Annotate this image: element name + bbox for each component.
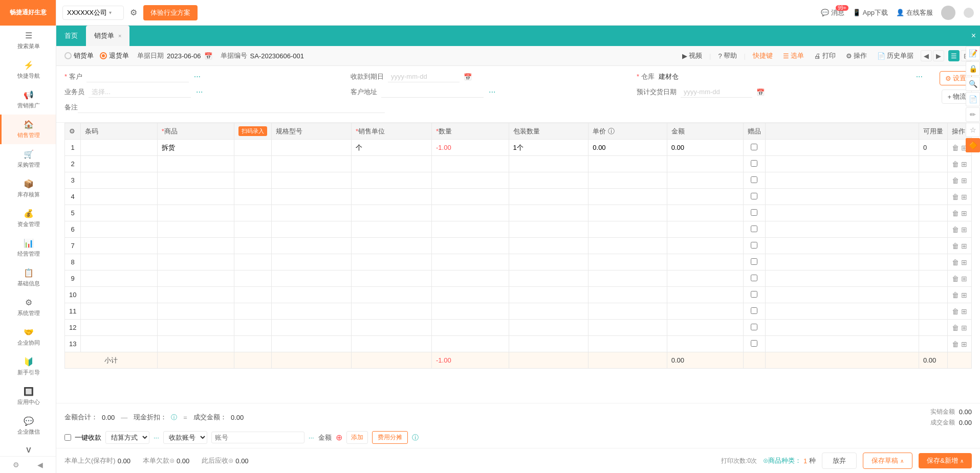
delete-icon-8[interactable]: 🗑	[952, 258, 959, 266]
sidebar-settings-icon[interactable]: ⚙	[13, 461, 19, 469]
salesperson-input[interactable]	[89, 86, 191, 98]
row-amount-8[interactable]	[667, 254, 743, 271]
row-qty-9[interactable]	[432, 271, 509, 287]
row-product-6[interactable]	[157, 221, 234, 238]
copy-icon-13[interactable]: ⊞	[961, 340, 967, 348]
delivery-calendar-icon[interactable]: 📅	[756, 88, 765, 96]
row-spec-5[interactable]	[272, 205, 352, 221]
row-product-1[interactable]	[157, 140, 234, 156]
row-pkg-qty-10[interactable]	[509, 287, 589, 303]
row-pkg-qty-8[interactable]	[509, 254, 589, 271]
row-qty-6[interactable]	[432, 221, 509, 238]
copy-icon-3[interactable]: ⊞	[961, 176, 967, 185]
row-qty-11[interactable]	[432, 303, 509, 320]
row-barcode-8[interactable]	[81, 254, 157, 271]
right-panel-doc-icon[interactable]: 📄	[966, 92, 980, 106]
fee-split-btn[interactable]: 费用分摊	[372, 431, 408, 444]
delete-icon-6[interactable]: 🗑	[952, 226, 959, 234]
sidebar-item-quick-nav[interactable]: ⚡ 快捷导航	[0, 55, 56, 85]
right-panel-star-icon[interactable]: ☆	[966, 123, 980, 137]
row-product-4[interactable]	[157, 189, 234, 205]
row-product-8[interactable]	[157, 254, 234, 271]
settlement-dots-icon[interactable]: ···	[154, 434, 159, 441]
row-qty-4[interactable]	[432, 189, 509, 205]
sidebar-item-purchase[interactable]: 🛒 采购管理	[0, 144, 56, 174]
row-amount-13[interactable]	[667, 336, 743, 352]
account-dots-icon[interactable]: ···	[309, 434, 314, 441]
row-unit-6[interactable]	[351, 221, 431, 238]
notes-input[interactable]	[78, 102, 385, 113]
delete-icon-13[interactable]: 🗑	[952, 340, 959, 348]
row-price-10[interactable]	[589, 287, 667, 303]
history-btn[interactable]: 📄 历史单据	[874, 50, 917, 61]
row-gift-6[interactable]	[743, 221, 765, 238]
row-barcode-1[interactable]	[81, 140, 157, 156]
tab-sales-order[interactable]: 销货单 ×	[86, 26, 129, 46]
row-barcode-2[interactable]	[81, 156, 157, 172]
row-price-7[interactable]	[589, 238, 667, 254]
row-gift-4[interactable]	[743, 189, 765, 205]
row-price-1[interactable]	[589, 140, 667, 156]
row-unit-2[interactable]	[351, 156, 431, 172]
customer-addr-input[interactable]	[381, 86, 484, 98]
row-gift-11[interactable]	[743, 303, 765, 320]
scan-btn[interactable]: 扫码录入	[238, 126, 267, 136]
row-price-5[interactable]	[589, 205, 667, 221]
delete-icon-10[interactable]: 🗑	[952, 291, 959, 299]
row-product-2[interactable]	[157, 156, 234, 172]
one-click-pay-checkbox[interactable]	[64, 434, 71, 441]
row-spec-12[interactable]	[272, 320, 352, 336]
delete-icon-4[interactable]: 🗑	[952, 193, 959, 201]
row-barcode-9[interactable]	[81, 271, 157, 287]
account-input[interactable]	[211, 432, 304, 443]
discard-btn[interactable]: 放弃	[822, 453, 857, 469]
sidebar-item-basic[interactable]: 📋 基础信息	[0, 263, 56, 292]
row-barcode-12[interactable]	[81, 320, 157, 336]
row-gift-13[interactable]	[743, 336, 765, 352]
sidebar-item-finance[interactable]: 💰 资金管理	[0, 204, 56, 233]
row-unit-1[interactable]	[351, 140, 431, 156]
tab-close-icon[interactable]: ×	[118, 33, 121, 39]
row-amount-10[interactable]	[667, 287, 743, 303]
sidebar-item-operations[interactable]: 📊 经营管理	[0, 233, 56, 263]
save-new-btn[interactable]: 保存&新增 ∧	[919, 453, 972, 468]
save-draft-btn[interactable]: 保存草稿 ∧	[863, 453, 912, 469]
row-spec-8[interactable]	[272, 254, 352, 271]
row-spec-2[interactable]	[272, 156, 352, 172]
help-btn[interactable]: ? 帮助	[715, 50, 739, 61]
row-product-5[interactable]	[157, 205, 234, 221]
add-btn-dot[interactable]: ⊕	[336, 433, 342, 442]
row-pkg-qty-11[interactable]	[509, 303, 589, 320]
row-unit-3[interactable]	[351, 172, 431, 189]
row-amount-7[interactable]	[667, 238, 743, 254]
row-pkg-qty-12[interactable]	[509, 320, 589, 336]
row-spec-9[interactable]	[272, 271, 352, 287]
row-spec-10[interactable]	[272, 287, 352, 303]
copy-icon-12[interactable]: ⊞	[961, 324, 967, 332]
row-gift-12[interactable]	[743, 320, 765, 336]
row-pkg-qty-6[interactable]	[509, 221, 589, 238]
row-unit-11[interactable]	[351, 303, 431, 320]
next-arrow[interactable]: ▶	[933, 50, 944, 61]
row-unit-4[interactable]	[351, 189, 431, 205]
row-pkg-qty-7[interactable]	[509, 238, 589, 254]
row-amount-6[interactable]	[667, 221, 743, 238]
row-price-3[interactable]	[589, 172, 667, 189]
row-barcode-5[interactable]	[81, 205, 157, 221]
row-product-9[interactable]	[157, 271, 234, 287]
print-btn[interactable]: 🖨 打印	[811, 50, 839, 61]
row-price-12[interactable]	[589, 320, 667, 336]
row-spec-13[interactable]	[272, 336, 352, 352]
delete-icon-1[interactable]: 🗑	[952, 144, 959, 152]
row-qty-7[interactable]	[432, 238, 509, 254]
goods-type-label[interactable]: ⊙商品种类：	[763, 456, 801, 465]
customer-addr-dots-icon[interactable]: ···	[489, 87, 495, 97]
warehouse-dots-icon[interactable]: ···	[916, 72, 923, 81]
row-pkg-qty-13[interactable]	[509, 336, 589, 352]
tab-home[interactable]: 首页	[56, 26, 86, 46]
row-unit-13[interactable]	[351, 336, 431, 352]
experience-btn[interactable]: 体验行业方案	[143, 5, 198, 20]
copy-icon-8[interactable]: ⊞	[961, 258, 967, 266]
row-spec-7[interactable]	[272, 238, 352, 254]
copy-icon-10[interactable]: ⊞	[961, 291, 967, 299]
